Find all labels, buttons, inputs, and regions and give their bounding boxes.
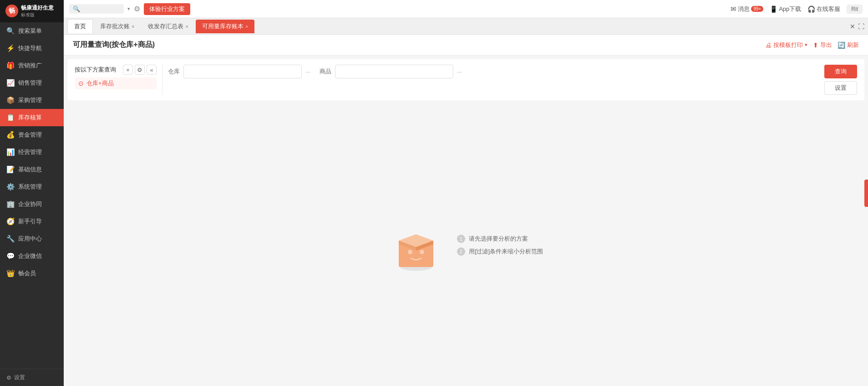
query-left-panel: 按以下方案查询 + ⚙ « ⊙ 仓库+商品	[75, 65, 157, 89]
sidebar-item-label: 采购管理	[18, 96, 42, 104]
sidebar-footer[interactable]: ⚙ 设置	[0, 369, 64, 386]
service-icon: 🎧	[807, 5, 815, 13]
messages-icon: ✉	[731, 5, 736, 13]
tab-batch-ledger-close[interactable]: ×	[132, 24, 134, 29]
topbar-gear-icon[interactable]: ⚙	[134, 5, 140, 13]
goods-field: 商品 ···	[320, 65, 462, 78]
step-2-badge: 2	[457, 247, 465, 256]
footer-settings-label: 设置	[14, 374, 25, 381]
scheme-icon: ⊙	[78, 80, 84, 87]
sidebar-item-basic[interactable]: 📝 基础信息	[0, 161, 64, 178]
print-icon: 🖨	[765, 41, 772, 49]
tabbar-right: ✕ ⛶	[850, 23, 864, 30]
refresh-action[interactable]: 🔄 刷新	[838, 41, 859, 49]
page-header-actions: 🖨 按模板打印 ▾ ⬆ 导出 🔄 刷新	[765, 41, 859, 49]
tab-receipt-summary-close[interactable]: ×	[185, 24, 188, 29]
sidebar-item-label: 经营管理	[18, 148, 42, 156]
scheme-item-label: 仓库+商品	[86, 79, 114, 87]
online-service-label: 在线客服	[817, 5, 840, 13]
manage-scheme-button[interactable]: ⚙	[135, 65, 145, 75]
guide-icon: 🧭	[6, 217, 15, 226]
export-label: 导出	[820, 41, 832, 49]
empty-text: 1 请先选择要分析的方案 2 用[过滤]条件来缩小分析范围	[457, 235, 543, 256]
right-scroll-handle[interactable]	[864, 180, 868, 207]
online-service-link[interactable]: 🎧 在线客服	[807, 5, 840, 13]
sidebar-item-funds[interactable]: 💰 资金管理	[0, 126, 64, 144]
messages-area[interactable]: ✉ 消息 99+	[731, 5, 763, 13]
app-download-link[interactable]: 📱 App下载	[770, 5, 801, 13]
shortcut-icon: ⚡	[6, 44, 15, 52]
tab-batch-ledger-label: 库存批次账	[100, 22, 130, 31]
empty-step-1: 1 请先选择要分析的方案	[457, 235, 543, 243]
sidebar-item-label: 新手引导	[18, 217, 42, 226]
tabbar-close-icon[interactable]: ✕	[850, 23, 855, 30]
goods-more-icon[interactable]: ···	[457, 68, 462, 75]
tab-receipt-summary[interactable]: 收发存汇总表 ×	[142, 20, 194, 33]
page-header: 可用量查询(按仓库+商品) 🖨 按模板打印 ▾ ⬆ 导出 🔄 刷新	[64, 35, 868, 56]
trial-button[interactable]: 体验行业方案	[144, 3, 190, 15]
sidebar-item-guide[interactable]: 🧭 新手引导	[0, 213, 64, 230]
tab-batch-ledger[interactable]: 库存批次账 ×	[94, 20, 141, 33]
svg-point-5	[408, 250, 412, 254]
page-title: 可用量查询(按仓库+商品)	[73, 40, 155, 50]
tabbar-expand-icon[interactable]: ⛶	[858, 23, 864, 30]
sidebar-scroll: 🔍 搜索菜单 ⚡ 快捷导航 🎁 营销推广 📈 销售管理 📦 采购管理 📋 库存核…	[0, 22, 64, 369]
query-button[interactable]: 查询	[824, 65, 857, 78]
brand-name: 畅康通好生意	[21, 5, 54, 12]
sidebar-item-purchase[interactable]: 📦 采购管理	[0, 92, 64, 109]
sidebar-item-label: 搜索菜单	[18, 27, 42, 35]
scheme-item-warehouse-goods[interactable]: ⊙ 仓库+商品	[75, 77, 157, 89]
add-scheme-button[interactable]: +	[123, 65, 133, 75]
empty-svg	[389, 218, 443, 273]
empty-illustration	[389, 218, 443, 273]
sidebar-item-inventory[interactable]: 📋 库存核算	[0, 109, 64, 126]
sidebar-item-label: 系统管理	[18, 183, 42, 191]
sidebar-item-search[interactable]: 🔍 搜索菜单	[0, 22, 64, 40]
settings-button[interactable]: 设置	[824, 81, 857, 95]
sidebar-item-appcenter[interactable]: 🔧 应用中心	[0, 230, 64, 247]
sidebar-item-enterprise[interactable]: 🏢 企业协同	[0, 196, 64, 213]
tab-available-ledger-label: 可用量库存账本	[202, 22, 244, 31]
query-section: 按以下方案查询 + ⚙ « ⊙ 仓库+商品 仓库	[67, 59, 864, 100]
export-action[interactable]: ⬆ 导出	[813, 41, 832, 49]
tab-home[interactable]: 首页	[67, 19, 93, 33]
sidebar-item-label: 营销推广	[18, 62, 42, 70]
print-label: 按模板打印	[773, 41, 803, 49]
app-icon: 🔧	[6, 235, 15, 243]
step-2-text: 用[过滤]条件来缩小分析范围	[469, 247, 543, 256]
sidebar-item-enterprise-wx[interactable]: 💬 企业微信	[0, 247, 64, 265]
sidebar-item-sales[interactable]: 📈 销售管理	[0, 74, 64, 92]
user-name: Rit	[851, 6, 858, 12]
money-icon: 💰	[6, 131, 15, 139]
query-buttons: 查询 设置	[815, 65, 857, 95]
system-icon: ⚙️	[6, 183, 15, 191]
scheme-actions: + ⚙ «	[123, 65, 157, 75]
topbar-dropdown-arrow[interactable]: ▾	[127, 6, 130, 12]
warehouse-input[interactable]	[183, 65, 302, 78]
sidebar-item-operations[interactable]: 📊 经营管理	[0, 144, 64, 161]
empty-step-2: 2 用[过滤]条件来缩小分析范围	[457, 247, 543, 256]
topbar-search-input[interactable]	[82, 6, 118, 12]
tab-available-ledger-close[interactable]: ×	[245, 24, 248, 29]
refresh-icon: 🔄	[838, 41, 845, 49]
sidebar-item-label: 销售管理	[18, 79, 42, 87]
empty-state: 1 请先选择要分析的方案 2 用[过滤]条件来缩小分析范围	[64, 104, 868, 386]
export-icon: ⬆	[813, 41, 818, 49]
basic-icon: 📝	[6, 165, 15, 174]
goods-input[interactable]	[335, 65, 453, 78]
print-action[interactable]: 🖨 按模板打印 ▾	[765, 41, 807, 49]
content-area: 可用量查询(按仓库+商品) 🖨 按模板打印 ▾ ⬆ 导出 🔄 刷新	[64, 35, 868, 386]
sidebar: 畅 畅康通好生意 标准版 🔍 搜索菜单 ⚡ 快捷导航 🎁 营销推广 📈 销售管理…	[0, 0, 64, 386]
topbar-search-box[interactable]: 🔍	[69, 4, 124, 14]
warehouse-more-icon[interactable]: ···	[305, 68, 310, 75]
app-download-icon: 📱	[770, 5, 777, 13]
topbar: 🔍 ▾ ⚙ 体验行业方案 ✉ 消息 99+ 📱 App下载 🎧 在线客服 Rit	[64, 0, 868, 18]
tab-available-ledger[interactable]: 可用量库存账本 ×	[196, 20, 254, 33]
footer-settings-icon: ⚙	[6, 375, 11, 381]
sidebar-item-marketing[interactable]: 🎁 营销推广	[0, 57, 64, 74]
sidebar-item-shortcut[interactable]: ⚡ 快捷导航	[0, 40, 64, 57]
collapse-scheme-button[interactable]: «	[147, 65, 157, 75]
user-area[interactable]: Rit	[847, 5, 863, 14]
sidebar-item-system[interactable]: ⚙️ 系统管理	[0, 178, 64, 196]
sidebar-item-member[interactable]: 👑 畅会员	[0, 265, 64, 282]
